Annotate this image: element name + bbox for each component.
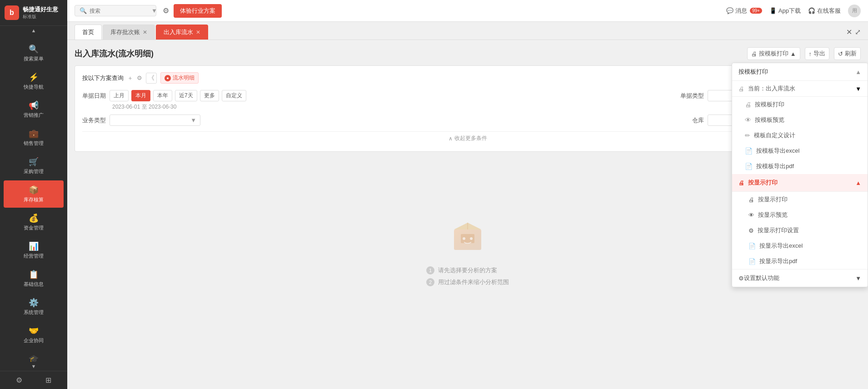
- sidebar-nav: 🔍 搜索菜单 ⚡ 快捷导航 📢 营销推广 💼 销售管理 🛒 采购管理 📦 库存核…: [0, 35, 67, 362]
- hint-num-1: 1: [426, 266, 434, 274]
- close-window-btn[interactable]: ✕: [846, 28, 852, 36]
- export-icon: ↑: [809, 50, 812, 57]
- brand-name: 畅捷通好生意: [23, 5, 58, 14]
- app-download-btn[interactable]: 📱 App下载: [769, 7, 801, 15]
- close-tab-inventory[interactable]: ✕: [143, 29, 147, 35]
- dropdown-arrow-icon: ▼: [151, 7, 157, 14]
- date-btn-thisyear[interactable]: 本年: [153, 90, 172, 101]
- printer-icon: 🖨: [751, 50, 757, 57]
- date-btn-7days[interactable]: 近7天: [175, 90, 197, 101]
- tmpl-print-icon: 🖨: [745, 101, 751, 108]
- dropdown-template-preview[interactable]: 👁 按模板预览: [732, 112, 868, 128]
- sidebar-item-finance[interactable]: 💰 资金管理: [4, 209, 64, 236]
- sidebar-item-guide[interactable]: 🎓 新手引导: [4, 349, 64, 362]
- system-icon: ⚙️: [29, 298, 39, 308]
- date-btn-more[interactable]: 更多: [200, 90, 219, 101]
- search-icon: 🔍: [80, 7, 87, 14]
- purchase-icon: 🛒: [29, 157, 39, 167]
- dropdown-template-excel[interactable]: 📄 按模板导出excel: [732, 143, 868, 159]
- date-field: 单据日期 上月 本月 本年 近7天 更多 自定义: [82, 90, 246, 101]
- tab-inout-flow[interactable]: 出入库流水 ✕: [156, 25, 208, 40]
- dropdown-display-section[interactable]: 🖨 按显示打印 ▲: [732, 174, 868, 192]
- sidebar-item-operations[interactable]: 📊 经营管理: [4, 237, 64, 264]
- industry-btn[interactable]: 体验行业方案: [174, 4, 222, 18]
- sidebar-item-basic[interactable]: 📋 基础信息: [4, 265, 64, 292]
- scroll-down-arrow[interactable]: ▼: [0, 362, 67, 371]
- dropdown-template-pdf[interactable]: 📄 按模板导出pdf: [732, 159, 868, 174]
- topbar-right: 💬 消息 99+ 📱 App下载 🎧 在线客服 用: [726, 5, 861, 17]
- maximize-btn[interactable]: ⤢: [855, 28, 861, 36]
- tab-inventory-batch[interactable]: 库存批次账 ✕: [103, 25, 155, 40]
- dropdown-display-excel[interactable]: 📄 按显示导出excel: [732, 238, 868, 254]
- dropdown-close-icon[interactable]: ▲: [855, 69, 861, 75]
- page-content: 出入库流水(流水明细) 🖨 按模板打印 ▲ ↑ 导出 ↺ 刷新: [67, 40, 868, 389]
- biztype-select[interactable]: ▼: [110, 115, 200, 126]
- tmpl-design-icon: ✏: [745, 132, 750, 139]
- dropdown-footer[interactable]: ⚙ 设置默认功能 ▼: [732, 269, 868, 287]
- dropdown-display-preview[interactable]: 👁 按显示预览: [732, 207, 868, 223]
- date-options: 上月 本月 本年 近7天 更多 自定义: [110, 90, 246, 101]
- toggle-bottom-icon[interactable]: ⊞: [45, 376, 51, 384]
- collab-icon: 🤝: [29, 326, 39, 336]
- gear-icon[interactable]: ⚙: [163, 6, 169, 15]
- refresh-btn[interactable]: ↺ 刷新: [834, 47, 861, 60]
- phone-icon: 📱: [769, 7, 777, 14]
- search-panel-label: 按以下方案查询: [82, 74, 124, 82]
- tmpl-excel-icon: 📄: [745, 147, 753, 155]
- disp-print-icon: 🖨: [748, 196, 754, 203]
- dropdown-display-print[interactable]: 🖨 按显示打印: [732, 192, 868, 207]
- date-label: 单据日期: [82, 92, 106, 100]
- empty-hint-1: 1 请先选择要分析的方案: [426, 266, 509, 274]
- user-avatar[interactable]: 用: [848, 5, 861, 17]
- biztype-label: 业务类型: [82, 116, 106, 125]
- search-nav-icon: 🔍: [29, 44, 39, 54]
- settings-bottom-icon[interactable]: ⚙: [16, 376, 22, 384]
- dropdown-template-print[interactable]: 🖨 按模板打印: [732, 97, 868, 112]
- date-btn-custom[interactable]: 自定义: [222, 90, 246, 101]
- sidebar-item-sales[interactable]: 💼 销售管理: [4, 124, 64, 151]
- scroll-up-arrow[interactable]: ▲: [0, 26, 67, 35]
- search-input[interactable]: [90, 8, 149, 14]
- collapse-panel-btn[interactable]: 《: [146, 73, 157, 84]
- sidebar-item-collab[interactable]: 🤝 企业协同: [4, 321, 64, 349]
- sidebar-item-search[interactable]: 🔍 搜索菜单: [4, 40, 64, 67]
- add-condition-btn[interactable]: ＋: [127, 74, 133, 82]
- sidebar-item-marketing[interactable]: 📢 营销推广: [4, 96, 64, 123]
- search-box[interactable]: 🔍 ▼: [75, 5, 156, 16]
- dropdown-display-settings[interactable]: ⚙ 按显示打印设置: [732, 223, 868, 238]
- tab-home[interactable]: 首页: [75, 25, 102, 40]
- template-print-btn[interactable]: 🖨 按模板打印 ▲: [747, 47, 800, 60]
- dropdown-current-item[interactable]: 🖨 当前：出入库流水 ▼: [732, 81, 868, 97]
- tabs-bar: 首页 库存批次账 ✕ 出入库流水 ✕ ✕ ⤢: [67, 22, 868, 40]
- tmpl-pdf-icon: 📄: [745, 163, 753, 170]
- filter-tag-flowdetail[interactable]: ● 流水明细: [160, 72, 199, 84]
- guide-icon: 🎓: [29, 354, 39, 362]
- date-btn-thismonth[interactable]: 本月: [131, 90, 150, 101]
- export-btn[interactable]: ↑ 导出: [805, 47, 830, 60]
- dropdown-display-pdf[interactable]: 📄 按显示导出pdf: [732, 254, 868, 269]
- empty-hints: 1 请先选择要分析的方案 2 用过滤条件来缩小分析范围: [426, 266, 509, 286]
- biztype-arrow-icon: ▼: [190, 117, 196, 124]
- settings-condition-btn[interactable]: ⚙: [137, 75, 142, 81]
- basic-icon: 📋: [29, 269, 39, 279]
- online-service-btn[interactable]: 🎧 在线客服: [808, 7, 841, 15]
- sidebar-item-system[interactable]: ⚙️ 系统管理: [4, 293, 64, 320]
- close-tab-flow[interactable]: ✕: [196, 29, 200, 35]
- disp-preview-icon: 👁: [748, 212, 754, 219]
- topbar: 🔍 ▼ ⚙ 体验行业方案 💬 消息 99+ 📱 App下载 🎧 在线客服 用: [67, 0, 868, 22]
- edition-label: 标准版: [23, 14, 58, 20]
- dropdown-template-design[interactable]: ✏ 模板自定义设计: [732, 128, 868, 143]
- sidebar-item-quicknav[interactable]: ⚡ 快捷导航: [4, 68, 64, 95]
- svg-point-5: [470, 237, 473, 240]
- sidebar-item-purchase[interactable]: 🛒 采购管理: [4, 152, 64, 180]
- message-btn[interactable]: 💬 消息 99+: [726, 7, 762, 15]
- sidebar: b 畅捷通好生意 标准版 ▲ 🔍 搜索菜单 ⚡ 快捷导航 📢 营销推广 💼 销售…: [0, 0, 67, 389]
- operations-icon: 📊: [29, 241, 39, 251]
- marketing-icon: 📢: [29, 100, 39, 110]
- quicknav-icon: ⚡: [29, 72, 39, 82]
- date-btn-lastmonth[interactable]: 上月: [110, 90, 129, 101]
- sidebar-item-inventory[interactable]: 📦 库存核算: [4, 180, 64, 208]
- disp-excel-icon: 📄: [748, 243, 756, 249]
- empty-hint-2: 2 用过滤条件来缩小分析范围: [426, 278, 509, 286]
- tmpl-preview-icon: 👁: [745, 116, 751, 124]
